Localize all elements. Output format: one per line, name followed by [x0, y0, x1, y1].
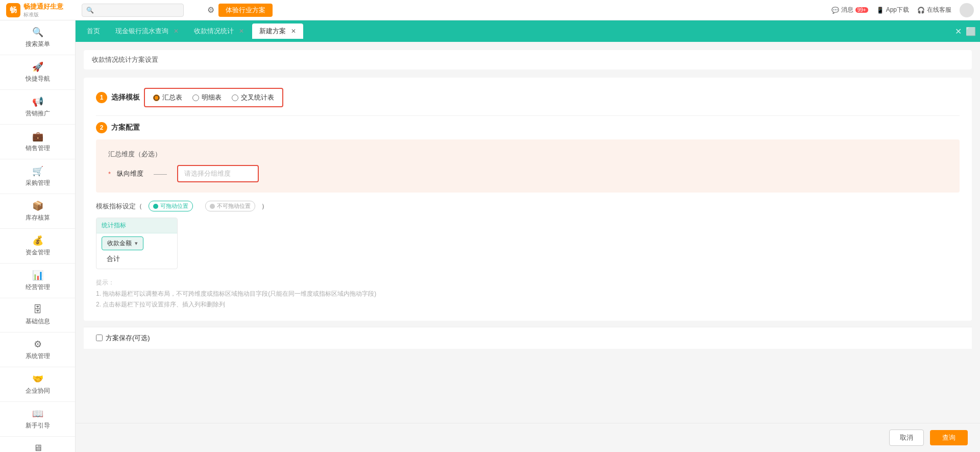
metrics-box: 统计指标 收款金额 ▾ 合计	[96, 218, 178, 269]
service-icon: 🎧	[917, 7, 925, 14]
search-icon: 🔍	[86, 7, 94, 14]
user-avatar[interactable]	[960, 3, 974, 17]
divider-1	[96, 115, 960, 116]
system-icon: ⚙	[34, 339, 42, 350]
tab-cash-flow-label: 现金银行流水查询	[115, 27, 168, 36]
tab-collection-stats-close-icon[interactable]: ✕	[239, 28, 244, 35]
tab-new-plan[interactable]: 新建方案 ✕	[252, 23, 303, 39]
notification-label: 消息	[841, 6, 853, 14]
non-draggable-label: 不可拖动位置	[217, 202, 251, 210]
metrics-tag-amount[interactable]: 收款金额 ▾	[102, 236, 143, 250]
trial-button[interactable]: 体验行业方案	[218, 4, 273, 17]
save-checkbox[interactable]	[96, 335, 103, 341]
sidebar: 🔍 搜索菜单 🚀 快捷导航 📢 营销推广 💼 销售管理 🛒 采购管理 📦 库存核…	[0, 20, 76, 452]
tab-bar-actions: ✕ ⬜	[955, 27, 976, 36]
dimension-select[interactable]: 请选择分组维度	[177, 165, 259, 182]
logo-sub: 标准版	[23, 11, 63, 18]
sidebar-item-sales[interactable]: 💼 销售管理	[0, 125, 75, 159]
footer-bar: 取消 查询	[76, 423, 980, 452]
online-service-item[interactable]: 🎧 在线客服	[917, 6, 951, 14]
metrics-box-header: 统计指标	[96, 218, 177, 233]
collab-icon: 🤝	[32, 373, 43, 385]
tab-home[interactable]: 首页	[80, 23, 107, 39]
top-actions: 💬 消息 99+ 📱 App下载 🎧 在线客服	[831, 3, 974, 17]
sidebar-item-search[interactable]: 🔍 搜索菜单	[0, 20, 75, 55]
metrics-config: 模板指标设定（ 可拖动位置 不可拖动位置 ）	[96, 201, 960, 269]
tab-new-plan-close-icon[interactable]: ✕	[291, 28, 296, 35]
sidebar-item-system[interactable]: ⚙ 系统管理	[0, 332, 75, 367]
sidebar-item-finance[interactable]: 💰 资金管理	[0, 229, 75, 264]
operations-icon: 📊	[32, 270, 43, 281]
save-label: 方案保存(可选)	[106, 334, 150, 343]
radio-summary-label: 汇总表	[162, 93, 182, 102]
metrics-tag-label: 收款金额	[107, 239, 132, 248]
tips-section: 提示： 1. 拖动标题栏可以调整布局，不可跨维度或指标区域拖动目字段(只能在同一…	[96, 277, 960, 311]
sidebar-item-purchase[interactable]: 🛒 采购管理	[0, 159, 75, 194]
query-button[interactable]: 查询	[930, 430, 968, 445]
non-draggable-badge: 不可拖动位置	[205, 201, 255, 211]
sidebar-item-inventory[interactable]: 📦 库存核算	[0, 194, 75, 229]
marketing-icon: 📢	[32, 96, 43, 107]
radio-cross[interactable]: 交叉统计表	[232, 93, 274, 102]
logo-text: 畅捷通好生意	[23, 2, 63, 11]
main-layout: 🔍 搜索菜单 🚀 快捷导航 📢 营销推广 💼 销售管理 🛒 采购管理 📦 库存核…	[0, 20, 980, 452]
dimension-row: * 纵向维度 —— 请选择分组维度	[108, 165, 947, 182]
tab-maximize-icon[interactable]: ⬜	[966, 27, 976, 36]
metrics-header: 模板指标设定（ 可拖动位置 不可拖动位置 ）	[96, 201, 960, 211]
inventory-icon: 📦	[32, 200, 43, 211]
main-card: 1 选择模板 汇总表 明细表 交叉统计表	[84, 78, 972, 321]
chevron-down-icon: ▾	[135, 240, 138, 247]
metrics-box-body: 收款金额 ▾ 合计	[96, 233, 177, 269]
top-search[interactable]: 🔍	[82, 4, 184, 17]
tab-new-plan-label: 新建方案	[259, 27, 286, 36]
purchase-icon: 🛒	[32, 165, 43, 177]
tab-collection-stats-label: 收款情况统计	[194, 27, 234, 36]
dimension-arrow: ——	[154, 170, 167, 178]
notification-badge: 99+	[855, 7, 868, 13]
radio-detail[interactable]: 明细表	[192, 93, 222, 102]
guide-icon: 📖	[32, 408, 43, 419]
cancel-button[interactable]: 取消	[889, 430, 924, 446]
radio-summary-input[interactable]	[153, 94, 160, 101]
tab-cash-flow-close-icon[interactable]: ✕	[174, 28, 179, 35]
search-icon: 🔍	[32, 27, 43, 38]
metrics-section-label: 统计指标	[102, 222, 126, 229]
metrics-table-area: 统计指标 收款金额 ▾ 合计	[96, 218, 960, 269]
radio-cross-label: 交叉统计表	[241, 93, 274, 102]
sidebar-item-hardware[interactable]: 🖥 智能硬件	[0, 437, 75, 452]
draggable-label: 可拖动位置	[160, 202, 188, 210]
metrics-total: 合计	[102, 252, 172, 266]
template-radio-group: 汇总表 明细表 交叉统计表	[144, 88, 283, 107]
radio-cross-input[interactable]	[232, 94, 238, 101]
sales-icon: 💼	[32, 131, 43, 142]
sidebar-item-navigation[interactable]: 🚀 快捷导航	[0, 55, 75, 90]
settings-icon[interactable]: ⚙	[207, 5, 214, 15]
sidebar-item-marketing[interactable]: 📢 营销推广	[0, 90, 75, 125]
step2-header: 2 方案配置	[96, 122, 960, 133]
app-download-label: App下载	[886, 6, 909, 14]
tab-close-window-icon[interactable]: ✕	[955, 27, 962, 36]
sidebar-item-guide[interactable]: 📖 新手引导	[0, 402, 75, 437]
step2-title: 方案配置	[111, 123, 140, 132]
vertical-dimension-label: 纵向维度	[117, 169, 143, 178]
sidebar-item-label: 基础信息	[26, 317, 50, 326]
sidebar-item-label: 营销推广	[26, 109, 50, 118]
sidebar-item-label: 库存核算	[26, 213, 50, 222]
step2-section: 2 方案配置 汇总维度（必选） * 纵向维度 —— 请选择分组维度	[96, 122, 960, 311]
required-star: *	[108, 170, 111, 178]
tab-cash-flow[interactable]: 现金银行流水查询 ✕	[108, 23, 186, 39]
radio-summary[interactable]: 汇总表	[153, 93, 182, 102]
sidebar-item-label: 经营管理	[26, 283, 50, 292]
save-checkbox-label[interactable]: 方案保存(可选)	[96, 334, 150, 343]
step1-number: 1	[96, 92, 107, 103]
sidebar-item-operations[interactable]: 📊 经营管理	[0, 264, 75, 298]
sidebar-item-enterprise-collab[interactable]: 🤝 企业协同	[0, 367, 75, 402]
top-bar: 畅 畅捷通好生意 标准版 🔍 ⚙ 体验行业方案 💬 消息 99+ 📱 App下载…	[0, 0, 980, 20]
app-download-item[interactable]: 📱 App下载	[876, 6, 909, 14]
notification-item[interactable]: 💬 消息 99+	[831, 6, 868, 14]
draggable-badge: 可拖动位置	[149, 201, 193, 211]
radio-detail-input[interactable]	[192, 94, 199, 101]
tab-collection-stats[interactable]: 收款情况统计 ✕	[187, 23, 251, 39]
tips-title: 提示：	[96, 279, 114, 286]
sidebar-item-basic-info[interactable]: 🗄 基础信息	[0, 298, 75, 332]
